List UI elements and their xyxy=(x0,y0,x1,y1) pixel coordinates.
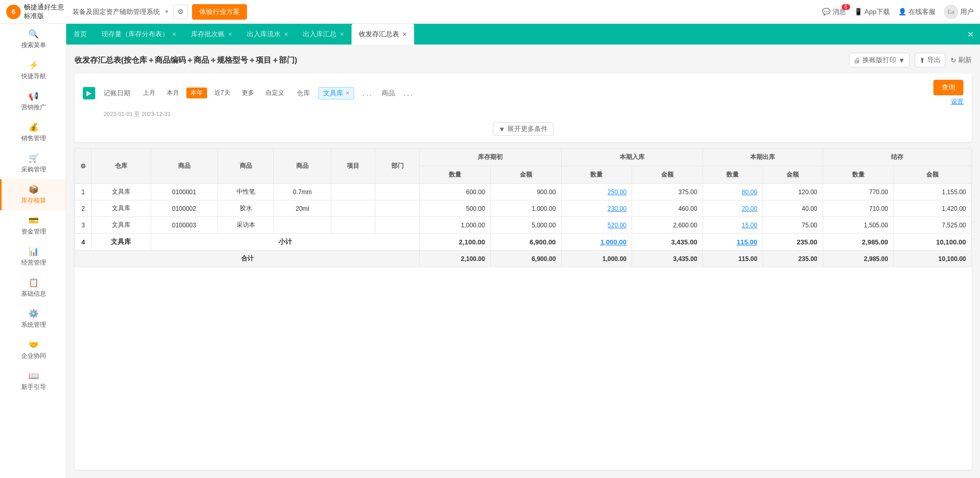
expand-conditions-button[interactable]: ▼ 展开更多条件 xyxy=(493,122,553,136)
tab-close-recv-send[interactable]: ✕ xyxy=(402,31,407,38)
row-out-qty[interactable]: 20.00 xyxy=(703,200,763,217)
tab-bar-end: ✕ xyxy=(961,30,980,39)
subtotal-out-amt: 235.00 xyxy=(763,234,823,251)
sidebar-item-sales[interactable]: 💰 销售管理 xyxy=(0,117,66,148)
row-open-qty: 600.00 xyxy=(420,184,491,200)
date-label: 记账日期 xyxy=(104,89,130,98)
tab-stock-dist[interactable]: 现存量（库存分布表） ✕ xyxy=(94,24,184,45)
col-group-bal: 结存 xyxy=(823,149,971,166)
row-out-qty[interactable]: 15.00 xyxy=(703,217,763,234)
query-button[interactable]: 查询 xyxy=(933,80,963,95)
tab-inout-summary[interactable]: 出入库汇总 ✕ xyxy=(296,24,352,45)
try-button[interactable]: 体验行业方案 xyxy=(192,4,247,20)
settings-button[interactable]: ⚙ xyxy=(173,5,188,19)
avatar: Ea xyxy=(944,5,958,19)
sidebar-item-guide[interactable]: 📖 新手引导 xyxy=(0,366,66,397)
date-btn-this-year[interactable]: 本年 xyxy=(186,88,207,98)
system-dropdown-icon[interactable]: ▼ xyxy=(164,9,169,15)
row-in-qty[interactable]: 520.00 xyxy=(561,217,632,234)
subtotal-warehouse: 文具库 xyxy=(92,234,151,251)
col-settings[interactable]: ⚙ xyxy=(75,149,92,184)
row-bal-amt: 7,525.00 xyxy=(894,217,972,234)
close-all-tabs-button[interactable]: ✕ xyxy=(961,30,980,39)
tab-close-stock-dist[interactable]: ✕ xyxy=(172,31,177,38)
sidebar-item-shortcut[interactable]: ⚡ 快捷导航 xyxy=(0,55,66,86)
sidebar-item-basic[interactable]: 📋 基础信息 xyxy=(0,272,66,303)
message-icon: 💬 xyxy=(822,8,830,16)
refresh-button[interactable]: ↻ 刷新 xyxy=(950,55,972,65)
inventory-icon: 📦 xyxy=(28,184,39,194)
tab-home[interactable]: 首页 xyxy=(66,24,94,45)
row-in-qty[interactable]: 230.00 xyxy=(561,200,632,217)
sidebar: 🔍 搜索菜单 ⚡ 快捷导航 📢 营销推广 💰 销售管理 🛒 采购管理 📦 库存核… xyxy=(0,24,66,478)
row-open-amt: 5,000.00 xyxy=(490,217,561,234)
row-in-amt: 460.00 xyxy=(632,200,703,217)
sidebar-item-marketing[interactable]: 📢 营销推广 xyxy=(0,86,66,117)
sidebar-item-finance[interactable]: 💳 资金管理 xyxy=(0,210,66,241)
page-title: 收发存汇总表(按仓库＋商品编码＋商品＋规格型号＋项目＋部门) xyxy=(75,55,297,65)
tab-close-batch[interactable]: ✕ xyxy=(228,31,232,38)
date-btn-more[interactable]: 更多 xyxy=(238,88,258,98)
row-dept xyxy=(375,200,420,217)
page-title-bar: 收发存汇总表(按仓库＋商品编码＋商品＋规格型号＋项目＋部门) 🖨 换账版打印 ▼… xyxy=(75,53,972,67)
sidebar-item-corp[interactable]: 🤝 企业协同 xyxy=(0,335,66,366)
app-download-button[interactable]: 📱 App下载 xyxy=(854,7,890,17)
corp-icon: 🤝 xyxy=(28,340,39,350)
subtotal-in-qty[interactable]: 1,000.00 xyxy=(561,234,632,251)
user-button[interactable]: Ea 用户 xyxy=(944,5,974,19)
date-btn-last-month[interactable]: 上月 xyxy=(139,88,159,98)
date-btn-custom[interactable]: 自定义 xyxy=(261,88,288,98)
online-service-button[interactable]: 👤 在线客服 xyxy=(898,7,935,17)
row-bal-qty: 770.00 xyxy=(823,184,894,200)
print-button[interactable]: 🖨 换账版打印 ▼ xyxy=(849,53,910,67)
filter-settings-link[interactable]: 设置 xyxy=(951,97,963,106)
top-bar: 6 畅捷通好生意 标准版 装备及固定资产辅助管理系统 ▼ ⚙ 体验行业方案 💬 … xyxy=(0,0,980,24)
filter-row-expand: ▼ 展开更多条件 xyxy=(83,122,963,136)
row-out-qty[interactable]: 80.00 xyxy=(703,184,763,200)
sidebar-item-inventory[interactable]: 📦 库存核算 xyxy=(0,179,66,210)
col-code: 商品 xyxy=(151,149,217,184)
row-in-amt: 2,600.00 xyxy=(632,217,703,234)
tab-batch[interactable]: 库存批次账 ✕ xyxy=(184,24,240,45)
col-name: 商品 xyxy=(217,149,274,184)
export-button[interactable]: ⬆ 导出 xyxy=(915,53,945,67)
row-num: 2 xyxy=(75,200,92,217)
warehouse-more-button[interactable]: ... xyxy=(362,88,373,98)
row-bal-amt: 1,420.00 xyxy=(894,200,972,217)
total-label: 合计 xyxy=(75,251,420,267)
row-name: 采访本 xyxy=(217,217,274,234)
total-out-amt: 235.00 xyxy=(763,251,823,267)
warehouse-tag-close[interactable]: ✕ xyxy=(345,90,349,96)
row-warehouse: 文具库 xyxy=(92,184,151,200)
total-in-qty: 1,000.00 xyxy=(561,251,632,267)
filter-collapse-button[interactable]: ▶ xyxy=(83,87,95,99)
sales-icon: 💰 xyxy=(28,122,39,132)
tab-close-inout-summary[interactable]: ✕ xyxy=(340,31,344,38)
tab-close-inout-flow[interactable]: ✕ xyxy=(284,31,288,38)
row-dept xyxy=(375,184,420,200)
tab-recv-send[interactable]: 收发存汇总表 ✕ xyxy=(352,24,414,45)
total-bal-qty: 2,985.00 xyxy=(823,251,894,267)
basic-icon: 📋 xyxy=(28,278,39,287)
sidebar-item-search[interactable]: 🔍 搜索菜单 xyxy=(0,24,66,55)
row-in-qty[interactable]: 250.00 xyxy=(561,184,632,200)
sidebar-item-purchase[interactable]: 🛒 采购管理 xyxy=(0,148,66,179)
col-project: 项目 xyxy=(331,149,375,184)
sidebar-item-operation[interactable]: 📊 经营管理 xyxy=(0,241,66,272)
tab-inout-flow[interactable]: 出入库流水 ✕ xyxy=(240,24,296,45)
date-btn-7days[interactable]: 近7天 xyxy=(210,88,235,98)
top-bar-right: 💬 消息 6 📱 App下载 👤 在线客服 Ea 用户 xyxy=(822,5,974,19)
subtotal-label: 小计 xyxy=(151,234,420,251)
tab-bar: 首页 现存量（库存分布表） ✕ 库存批次账 ✕ 出入库流水 ✕ 出入库汇总 ✕ … xyxy=(66,24,980,45)
product-more-button[interactable]: ... xyxy=(403,88,414,98)
col-bal-qty: 数量 xyxy=(823,166,894,184)
sidebar-item-system[interactable]: ⚙️ 系统管理 xyxy=(0,303,66,335)
date-btn-this-month[interactable]: 本月 xyxy=(163,88,183,98)
row-project xyxy=(331,200,375,217)
date-shortcuts: 上月 本月 本年 近7天 更多 自定义 xyxy=(139,88,288,98)
logo-text: 畅捷通好生意 标准版 xyxy=(24,3,64,21)
subtotal-bal-amt: 10,100.00 xyxy=(894,234,972,251)
message-button[interactable]: 💬 消息 6 xyxy=(822,7,846,17)
row-project xyxy=(331,184,375,200)
subtotal-out-qty[interactable]: 115.00 xyxy=(703,234,763,251)
